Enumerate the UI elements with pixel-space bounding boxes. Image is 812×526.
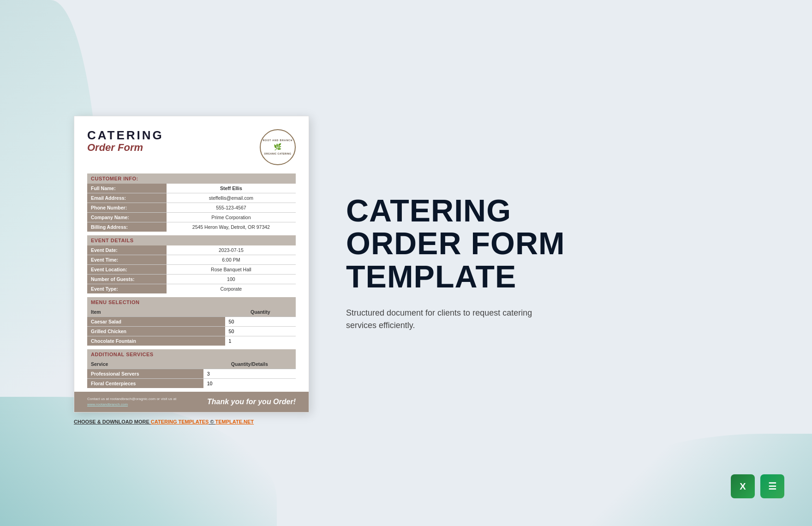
bottom-link: CHOOSE & DOWNLOAD MORE CATERING TEMPLATE…	[74, 419, 309, 424]
footer-link[interactable]: www.rootandbranch.com	[87, 402, 128, 406]
field-label: Number of Guests:	[87, 274, 167, 284]
additional-services-table: Service Quantity/Details Professional Se…	[87, 359, 296, 388]
right-title-line3: TEMPLATE	[346, 260, 784, 293]
service-quantity: 3	[203, 369, 296, 378]
excel-icon[interactable]: X	[731, 474, 755, 498]
field-value-date: 2023-07-15	[167, 245, 296, 255]
document-footer: Contact us at rootandbrach@oragnic.com o…	[74, 392, 309, 412]
sheets-icon[interactable]: ☰	[760, 474, 784, 498]
right-title-line2: ORDER FORM	[346, 227, 784, 260]
title-catering: CATERING	[87, 129, 164, 141]
field-value-guests: 100	[167, 274, 296, 284]
table-row: Event Type: Corporate	[87, 284, 296, 293]
field-value-time: 6:00 PM	[167, 255, 296, 264]
customer-info-header: CUSTOMER INFO:	[87, 173, 296, 184]
field-label: Phone Number:	[87, 203, 167, 212]
menu-item: Caesar Salad	[87, 317, 225, 326]
field-value-phone: 555-123-4567	[167, 203, 296, 212]
menu-item: Grilled Chicken	[87, 326, 225, 336]
event-details-table: Event Date: 2023-07-15 Event Time: 6:00 …	[87, 245, 296, 293]
table-row: Event Location: Rose Banquet Hall	[87, 264, 296, 274]
service-quantity: 10	[203, 378, 296, 388]
template-net-link[interactable]: TEMPLATE.NET	[215, 419, 254, 424]
menu-item: Chocolate Fountain	[87, 336, 225, 346]
right-title-line1: CATERING	[346, 194, 784, 227]
menu-quantity: 50	[225, 317, 296, 326]
service-item: Floral Centerpieces	[87, 378, 203, 388]
table-row: Professional Servers 3	[87, 369, 296, 378]
field-label: Event Date:	[87, 245, 167, 255]
right-title: CATERING ORDER FORM TEMPLATE	[346, 194, 784, 293]
logo-arc-bottom: ORGANIC CATERING	[263, 152, 293, 155]
footer-thankyou: Thank you for you Order!	[207, 398, 296, 406]
app-icons: X ☰	[731, 474, 784, 498]
menu-quantity: 50	[225, 326, 296, 336]
field-label: Full Name:	[87, 184, 167, 193]
field-value-billing: 2545 Heron Way, Detroit, OR 97342	[167, 222, 296, 232]
catering-templates-link[interactable]: CATERING TEMPLATES	[151, 419, 209, 424]
title-order: Order Form	[87, 141, 164, 155]
field-label: Company Name:	[87, 212, 167, 222]
logo-arc-top: ROOT AND BRANCH	[263, 139, 293, 142]
field-label: Billing Address:	[87, 222, 167, 232]
table-row: Floral Centerpieces 10	[87, 378, 296, 388]
table-row: Number of Guests: 100	[87, 274, 296, 284]
table-row: Full Name: Steff Ellis	[87, 184, 296, 193]
col-details-header: Quantity/Details	[203, 359, 296, 369]
field-label: Event Time:	[87, 255, 167, 264]
menu-selection-table: Item Quantity Caesar Salad 50 Grilled Ch…	[87, 307, 296, 346]
document-header: CATERING Order Form ROOT AND BRANCH 🌿 OR…	[87, 129, 296, 165]
table-row: Caesar Salad 50	[87, 317, 296, 326]
table-row: Phone Number: 555-123-4567	[87, 203, 296, 212]
additional-services-header: ADDITIONAL SERVICES	[87, 349, 296, 359]
menu-quantity: 1	[225, 336, 296, 346]
table-row: Event Time: 6:00 PM	[87, 255, 296, 264]
field-label: Event Type:	[87, 284, 167, 293]
table-row: Email Address: steffellis@email.com	[87, 193, 296, 203]
field-value-company: Prime Corporation	[167, 212, 296, 222]
field-value-email: steffellis@email.com	[167, 193, 296, 203]
service-item: Professional Servers	[87, 369, 203, 378]
col-service-header: Service	[87, 359, 203, 369]
document-title: CATERING Order Form	[87, 129, 164, 155]
col-item-header: Item	[87, 307, 225, 317]
event-details-header: EVENT DETAILS	[87, 235, 296, 245]
table-row: Billing Address: 2545 Heron Way, Detroit…	[87, 222, 296, 232]
field-label: Email Address:	[87, 193, 167, 203]
customer-info-table: Full Name: Steff Ellis Email Address: st…	[87, 184, 296, 232]
table-row: Grilled Chicken 50	[87, 326, 296, 336]
document-panel: CATERING Order Form ROOT AND BRANCH 🌿 OR…	[74, 116, 309, 424]
field-value-location: Rose Banquet Hall	[167, 264, 296, 274]
catering-form-document: CATERING Order Form ROOT AND BRANCH 🌿 OR…	[74, 116, 309, 412]
brand-logo: ROOT AND BRANCH 🌿 ORGANIC CATERING	[260, 129, 296, 165]
services-column-headers: Service Quantity/Details	[87, 359, 296, 369]
table-row: Event Date: 2023-07-15	[87, 245, 296, 255]
field-label: Event Location:	[87, 264, 167, 274]
col-quantity-header: Quantity	[225, 307, 296, 317]
right-subtitle: Structured document for clients to reque…	[346, 307, 540, 332]
menu-column-headers: Item Quantity	[87, 307, 296, 317]
table-row: Chocolate Fountain 1	[87, 336, 296, 346]
field-value-fullname: Steff Ellis	[167, 184, 296, 193]
field-value-type: Corporate	[167, 284, 296, 293]
right-panel: CATERING ORDER FORM TEMPLATE Structured …	[346, 194, 812, 332]
table-row: Company Name: Prime Corporation	[87, 212, 296, 222]
menu-selection-header: MENU SELECTION	[87, 297, 296, 307]
logo-icon: 🌿	[263, 143, 293, 151]
footer-contact: Contact us at rootandbrach@oragnic.com o…	[87, 396, 176, 407]
